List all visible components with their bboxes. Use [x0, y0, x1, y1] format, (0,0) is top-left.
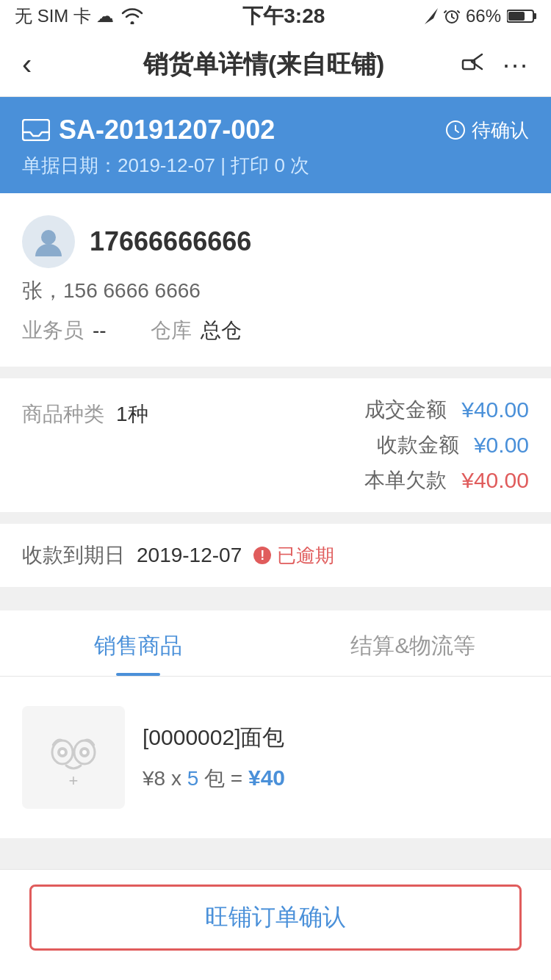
product-item: + [0000002]面包 ¥8 x 5 包 = ¥40: [22, 691, 529, 824]
page-title: 销货单详情(来自旺铺): [143, 48, 385, 82]
product-image: +: [22, 706, 125, 809]
product-logo-plus: +: [69, 771, 79, 790]
status-left: 无 SIM 卡 ☁: [15, 4, 143, 28]
product-type: 商品种类 1种: [22, 396, 148, 428]
received-label: 收款金额: [377, 431, 459, 459]
product-img-inner: +: [44, 724, 103, 790]
section-separator: [0, 599, 551, 610]
product-name: [0000002]面包: [143, 723, 529, 753]
share-icon[interactable]: [461, 51, 488, 78]
product-price: ¥8: [143, 767, 165, 790]
order-id-row: SA-20191207-002 待确认: [22, 115, 529, 145]
tab-products-label: 销售商品: [94, 633, 182, 657]
deal-amount-label: 成交金额: [364, 396, 447, 424]
location-icon: [425, 8, 438, 24]
avatar: [22, 215, 75, 268]
overdue-text: 已逾期: [277, 543, 334, 569]
received-value: ¥0.00: [474, 433, 529, 458]
product-info: [0000002]面包 ¥8 x 5 包 = ¥40: [143, 723, 529, 793]
svg-rect-3: [508, 12, 525, 21]
nav-bar: ‹ 销货单详情(来自旺铺) ···: [0, 32, 551, 97]
svg-point-12: [60, 750, 65, 754]
deal-amount-line: 成交金额 ¥40.00: [364, 396, 529, 424]
type-value: 1种: [116, 400, 148, 428]
confirm-button-label: 旺铺订单确认: [205, 901, 346, 934]
debt-value: ¥40.00: [461, 468, 529, 493]
nav-actions: ···: [461, 49, 529, 80]
customer-section: 17666666666 张，156 6666 6666 业务员 -- 仓库 总仓: [0, 193, 551, 367]
received-amount-line: 收款金额 ¥0.00: [377, 431, 529, 459]
salesperson-value: --: [93, 319, 107, 342]
status-bar: 无 SIM 卡 ☁ 下午3:28 66%: [0, 0, 551, 32]
product-qty: 5: [187, 767, 199, 790]
price-separator: x: [171, 767, 187, 790]
debt-amount-line: 本单欠款 ¥40.00: [364, 466, 529, 494]
svg-rect-5: [23, 120, 49, 140]
status-time: 下午3:28: [242, 2, 325, 30]
deal-amount-value: ¥40.00: [461, 397, 529, 422]
warehouse-value: 总仓: [201, 317, 242, 345]
status-right: 66%: [425, 6, 536, 26]
due-date-value: 2019-12-07: [137, 544, 242, 567]
battery-text: 66%: [466, 6, 501, 26]
equals-sign: =: [231, 767, 248, 790]
due-date-section: 收款到期日 2019-12-07 ! 已逾期: [0, 524, 551, 587]
overdue-badge: ! 已逾期: [253, 543, 334, 569]
bottom-bar: 旺铺订单确认: [0, 869, 551, 980]
alarm-icon: [444, 8, 460, 24]
product-price-row: ¥8 x 5 包 = ¥40: [143, 765, 529, 793]
order-status: 待确认: [445, 118, 529, 143]
order-id: SA-20191207-002: [22, 115, 275, 145]
customer-name: 张，156 6666 6666: [22, 277, 529, 305]
salesperson-label: 业务员: [22, 317, 84, 345]
product-logo-icon: [44, 724, 103, 776]
order-icon: [22, 119, 50, 141]
confirm-button[interactable]: 旺铺订单确认: [29, 884, 522, 951]
amounts-section: 商品种类 1种 成交金额 ¥40.00 收款金额 ¥0.00 本单欠款 ¥40.…: [0, 378, 551, 512]
customer-top: 17666666666: [22, 215, 529, 268]
amounts-right: 成交金额 ¥40.00 收款金额 ¥0.00 本单欠款 ¥40.00: [364, 396, 529, 494]
customer-meta: 业务员 -- 仓库 总仓: [22, 317, 529, 345]
tab-products[interactable]: 销售商品: [0, 610, 276, 676]
svg-point-7: [41, 230, 56, 245]
svg-point-13: [82, 750, 87, 754]
overdue-dot-icon: !: [253, 547, 271, 564]
amounts-row: 商品种类 1种 成交金额 ¥40.00 收款金额 ¥0.00 本单欠款 ¥40.…: [22, 396, 529, 494]
warehouse-meta: 仓库 总仓: [151, 317, 242, 345]
order-header: SA-20191207-002 待确认 单据日期：2019-12-07 | 打印…: [0, 97, 551, 193]
customer-phone: 17666666666: [90, 226, 251, 257]
tab-settlement-label: 结算&物流等: [350, 633, 475, 657]
more-button[interactable]: ···: [503, 49, 529, 80]
product-unit: 包: [204, 767, 225, 790]
warehouse-label: 仓库: [151, 317, 192, 345]
back-button[interactable]: ‹: [22, 48, 66, 81]
wifi-icon: [121, 8, 143, 24]
signal-text: 无 SIM 卡 ☁: [15, 4, 114, 28]
battery-icon: [507, 8, 536, 24]
person-icon: [32, 226, 65, 258]
svg-rect-2: [533, 13, 536, 19]
debt-label: 本单欠款: [364, 466, 447, 494]
tabs-section: 销售商品 结算&物流等: [0, 610, 551, 677]
due-label: 收款到期日: [22, 541, 125, 569]
order-date: 单据日期：2019-12-07 | 打印 0 次: [22, 153, 529, 179]
tab-settlement[interactable]: 结算&物流等: [276, 610, 551, 676]
salesperson-meta: 业务员 --: [22, 317, 107, 345]
clock-icon: [445, 120, 466, 140]
product-section: + [0000002]面包 ¥8 x 5 包 = ¥40: [0, 677, 551, 838]
type-label: 商品种类: [22, 400, 104, 428]
tabs-row: 销售商品 结算&物流等: [0, 610, 551, 677]
product-total: ¥40: [248, 765, 285, 790]
